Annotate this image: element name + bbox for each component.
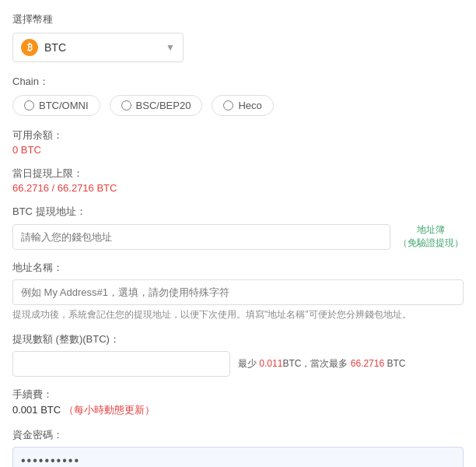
- address-name-hint: 提現成功後，系統會記住您的提現地址，以便下次使用。填寫"地址名稱"可便於您分辨錢…: [12, 308, 464, 321]
- chain-radio-heco[interactable]: [223, 100, 233, 111]
- password-section: 資金密碼：: [12, 428, 464, 467]
- daily-limit-section: 當日提現上限： 66.2716 / 66.2716 BTC: [12, 167, 464, 194]
- available-balance-value: 0 BTC: [12, 144, 464, 156]
- available-balance-section: 可用余額： 0 BTC: [12, 128, 464, 156]
- amount-section: 提現數額 (整數)(BTC)： 最少 0.011BTC，當次最多 66.2716…: [12, 332, 464, 377]
- fee-update-notice: （每小時動態更新）: [64, 404, 155, 416]
- currency-select-text: BTC: [44, 41, 166, 54]
- amount-min: 0.011: [259, 358, 282, 369]
- fee-value: 0.001 BTC （每小時動態更新）: [12, 403, 464, 417]
- address-book-line2: （免驗證提現）: [398, 237, 464, 250]
- chain-section: Chain： BTC/OMNI BSC/BEP20 Heco: [12, 75, 464, 116]
- password-input[interactable]: [12, 447, 464, 467]
- fee-section: 手續費： 0.001 BTC （每小時動態更新）: [12, 388, 464, 417]
- chain-option-btcomni-label: BTC/OMNI: [39, 100, 89, 111]
- address-field-row: 地址簿 （免驗證提現）: [12, 223, 464, 250]
- address-field-label: BTC 提現地址：: [12, 205, 464, 219]
- amount-hint-prefix: 最少: [238, 358, 259, 369]
- chain-option-bscbep20[interactable]: BSC/BEP20: [110, 95, 203, 116]
- address-name-section: 地址名稱： 提現成功後，系統會記住您的提現地址，以便下次使用。填寫"地址名稱"可…: [12, 261, 464, 321]
- address-name-label: 地址名稱：: [12, 261, 464, 275]
- currency-select[interactable]: ₿ BTC ▼: [12, 33, 184, 62]
- chevron-down-icon: ▼: [166, 42, 175, 53]
- chain-radio-bscbep20[interactable]: [121, 100, 131, 111]
- amount-input[interactable]: [12, 351, 230, 377]
- chain-option-heco[interactable]: Heco: [212, 95, 273, 116]
- daily-limit-value: 66.2716 / 66.2716 BTC: [12, 182, 464, 194]
- amount-row: 最少 0.011BTC，當次最多 66.2716 BTC: [12, 351, 464, 377]
- chain-options: BTC/OMNI BSC/BEP20 Heco: [12, 95, 464, 116]
- fee-amount: 0.001 BTC: [12, 404, 61, 416]
- chain-radio-btcomni[interactable]: [24, 100, 34, 111]
- amount-label: 提現數額 (整數)(BTC)：: [12, 332, 464, 346]
- daily-limit-label: 當日提現上限：: [12, 167, 464, 181]
- address-book-line1: 地址簿: [398, 223, 464, 237]
- password-label: 資金密碼：: [12, 428, 464, 442]
- currency-section-label: 選擇幣種: [12, 12, 464, 26]
- chain-label: Chain：: [12, 75, 464, 89]
- btc-icon: ₿: [21, 39, 38, 56]
- amount-currency: BTC，: [282, 358, 310, 369]
- amount-max: 66.2716: [351, 358, 384, 369]
- chain-option-bscbep20-label: BSC/BEP20: [136, 100, 191, 111]
- address-name-input[interactable]: [12, 279, 464, 305]
- amount-hint: 最少 0.011BTC，當次最多 66.2716 BTC: [238, 357, 405, 370]
- amount-max-prefix: 當次最多: [310, 358, 350, 369]
- fee-label: 手續費：: [12, 388, 464, 402]
- amount-max-currency: BTC: [387, 358, 405, 369]
- address-book-link[interactable]: 地址簿 （免驗證提現）: [398, 223, 464, 250]
- available-balance-label: 可用余額：: [12, 128, 464, 142]
- currency-select-wrapper[interactable]: ₿ BTC ▼: [12, 33, 184, 62]
- address-input[interactable]: [12, 224, 390, 250]
- address-field-section: BTC 提現地址： 地址簿 （免驗證提現）: [12, 205, 464, 250]
- chain-option-btcomni[interactable]: BTC/OMNI: [12, 95, 100, 116]
- chain-option-heco-label: Heco: [238, 100, 261, 111]
